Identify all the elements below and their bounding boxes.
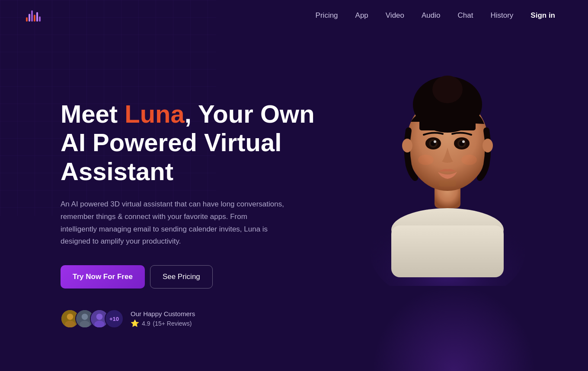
nav-links: Pricing App Video Audio Chat History Sig… xyxy=(309,7,562,24)
hero-description: An AI powered 3D virtual assistant that … xyxy=(61,198,285,248)
svg-rect-16 xyxy=(419,117,476,130)
avatar-group: +10 xyxy=(61,309,124,328)
hero-buttons: Try Now For Free See Pricing xyxy=(61,265,320,289)
svg-point-8 xyxy=(94,321,105,328)
ai-character-svg xyxy=(368,44,527,286)
hero-title: Meet Luna, Your Own AI Powered Virtual A… xyxy=(61,100,320,186)
rating-value: 4.9 xyxy=(142,320,150,327)
try-now-button[interactable]: Try Now For Free xyxy=(61,265,145,289)
customers-label: Our Happy Customers xyxy=(131,310,195,317)
svg-point-17 xyxy=(402,139,412,152)
nav-item-pricing[interactable]: Pricing xyxy=(309,7,345,24)
svg-point-22 xyxy=(434,140,436,143)
svg-rect-12 xyxy=(391,225,504,277)
logo-bar-4 xyxy=(34,15,35,22)
logo[interactable] xyxy=(26,10,41,22)
hero-title-name: Luna xyxy=(125,100,185,128)
svg-point-2 xyxy=(65,321,75,328)
nav-item-audio[interactable]: Audio xyxy=(415,7,447,24)
svg-point-27 xyxy=(418,155,434,165)
svg-point-5 xyxy=(80,321,90,328)
reviews-count: (15+ Reviews) xyxy=(153,320,192,327)
logo-bar-2 xyxy=(29,14,30,22)
sign-in-button[interactable]: Sign in xyxy=(524,7,562,24)
svg-point-26 xyxy=(462,140,465,143)
navbar: Pricing App Video Audio Chat History Sig… xyxy=(0,0,588,31)
logo-icon xyxy=(26,10,41,22)
customers-rating: ⭐ 4.9 (15+ Reviews) xyxy=(131,319,195,327)
svg-point-18 xyxy=(483,139,493,152)
ai-avatar xyxy=(368,44,527,295)
logo-bar-1 xyxy=(26,17,28,22)
logo-bar-3 xyxy=(31,10,33,22)
logo-bar-5 xyxy=(36,12,38,22)
nav-item-app[interactable]: App xyxy=(348,7,375,24)
nav-item-chat[interactable]: Chat xyxy=(451,7,480,24)
customers-section: +10 Our Happy Customers ⭐ 4.9 (15+ Revie… xyxy=(61,309,320,328)
svg-point-7 xyxy=(96,314,103,320)
logo-bar-6 xyxy=(39,16,41,22)
hero-title-prefix: Meet xyxy=(61,100,125,128)
star-icon: ⭐ xyxy=(131,319,139,327)
nav-item-video[interactable]: Video xyxy=(379,7,411,24)
hero-image xyxy=(320,57,562,371)
svg-point-4 xyxy=(82,314,88,320)
hero-content: Meet Luna, Your Own AI Powered Virtual A… xyxy=(61,100,320,329)
svg-point-28 xyxy=(461,155,477,165)
svg-point-15 xyxy=(432,76,463,103)
hero-section: Meet Luna, Your Own AI Powered Virtual A… xyxy=(0,31,588,371)
customer-avatar-plus: +10 xyxy=(105,309,124,328)
nav-item-history[interactable]: History xyxy=(483,7,520,24)
svg-rect-29 xyxy=(439,180,456,187)
see-pricing-button[interactable]: See Pricing xyxy=(150,265,213,289)
svg-point-1 xyxy=(67,314,74,320)
customers-info: Our Happy Customers ⭐ 4.9 (15+ Reviews) xyxy=(131,310,195,327)
